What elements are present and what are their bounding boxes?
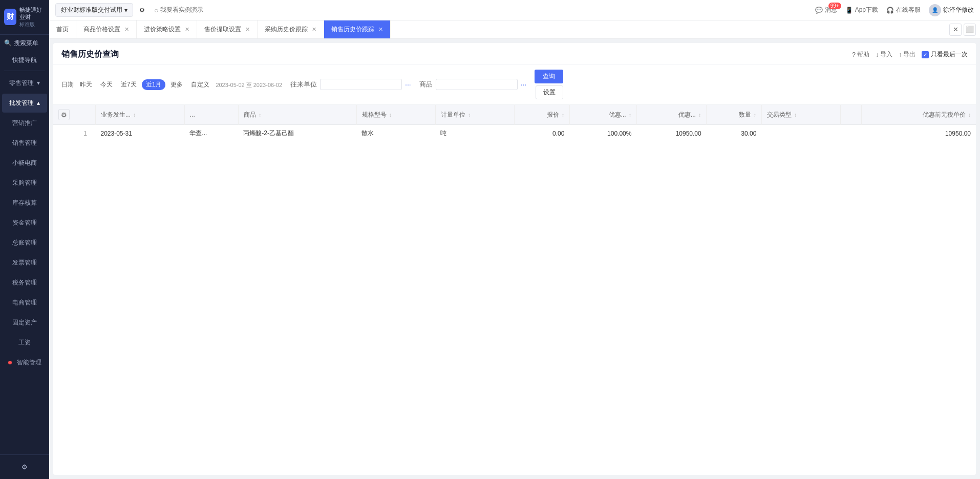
search-menu[interactable]: 🔍 搜索菜单	[0, 35, 49, 52]
col-product[interactable]: 商品 ↕	[238, 105, 356, 125]
date-opt-custom[interactable]: 自定义	[188, 79, 212, 90]
data-table: ⚙ 业务发生... ↕ ... 商品 ↕	[53, 105, 976, 142]
col-unit[interactable]: 计量单位 ↕	[435, 105, 514, 125]
sales-label: 销售管理	[12, 139, 37, 147]
messages-badge: 99+	[828, 3, 841, 9]
retail-label: 零售管理	[9, 79, 34, 88]
ecommerce-label: 电商管理	[12, 298, 37, 307]
tab-home-label: 首页	[56, 25, 69, 34]
app-download-btn[interactable]: 📱 App下载	[845, 6, 878, 14]
sidebar-item-sales[interactable]: 销售管理	[2, 134, 47, 153]
cell-unit: 吨	[435, 125, 514, 142]
sidebar-item-smart[interactable]: 智能管理	[2, 353, 47, 372]
export-link[interactable]: ↑ 导出	[899, 50, 915, 59]
tab-price-settings[interactable]: 商品价格设置 ✕	[76, 20, 137, 39]
date-range-text: 2023-05-02 至 2023-06-02	[216, 81, 282, 89]
col-trade-type[interactable]: 交易类型 ↕	[761, 105, 840, 125]
tab-sales-history[interactable]: 销售历史价跟踪 ✕	[324, 20, 391, 39]
date-opt-last1month[interactable]: 近1月	[142, 79, 166, 90]
export-label: 导出	[903, 50, 915, 59]
col-quantity[interactable]: 数量 ↕	[707, 105, 762, 125]
cell-discount-amt: 10950.00	[636, 125, 706, 142]
col-discount-pct-label: 优惠...	[609, 111, 626, 118]
message-icon: 💬	[815, 7, 823, 14]
sidebar-item-purchase[interactable]: 采购管理	[2, 173, 47, 192]
date-opt-last7[interactable]: 近7天	[118, 79, 140, 90]
column-settings-btn[interactable]: ⚙	[58, 109, 70, 120]
product-label: 商品	[419, 80, 433, 89]
sidebar-item-ledger[interactable]: 总账管理	[2, 233, 47, 252]
close-window-btn[interactable]: ✕	[949, 24, 962, 36]
sidebar-item-wholesale[interactable]: 批发管理 ▴	[2, 94, 47, 113]
only-last-checkbox[interactable]: ✓ 只看最后一次	[922, 50, 968, 59]
col-pretax-price[interactable]: 优惠前无税单价 ↕	[862, 105, 976, 125]
date-opt-yesterday[interactable]: 昨天	[77, 79, 95, 90]
tab-price-settings-close-icon[interactable]: ✕	[124, 27, 129, 32]
sidebar-item-ecommerce-small[interactable]: 小畅电商	[2, 154, 47, 172]
col-price[interactable]: 报价 ↕	[515, 105, 570, 125]
page-actions: ? 帮助 ↓ 导入 ↑ 导出 ✓ 只看最后一次	[852, 50, 968, 59]
tab-home[interactable]: 首页	[49, 20, 76, 39]
source-unit-dots-btn[interactable]: ···	[405, 80, 411, 89]
quick-nav[interactable]: 快捷导航	[0, 52, 49, 69]
sidebar-item-capital[interactable]: 资金管理	[2, 213, 47, 232]
cell-pretax-price: 10950.00	[862, 125, 976, 142]
sidebar-settings-btn[interactable]: ⚙	[4, 459, 45, 475]
import-icon: ↓	[876, 51, 879, 58]
tab-purchase-strategy-close-icon[interactable]: ✕	[185, 27, 189, 32]
tab-price-extract[interactable]: 售价提取设置 ✕	[197, 20, 258, 39]
payroll-label: 工资	[18, 338, 31, 347]
maximize-window-btn[interactable]: ⬜	[964, 24, 976, 36]
col-price-sort-icon: ↕	[562, 112, 564, 118]
date-opt-more[interactable]: 更多	[167, 79, 186, 90]
sidebar-item-ecommerce[interactable]: 电商管理	[2, 293, 47, 312]
sidebar-item-assets[interactable]: 固定资产	[2, 313, 47, 332]
version-selector[interactable]: 好业财标准版交付试用 ▾	[55, 3, 133, 17]
demo-link-text: 我要看实例演示	[160, 6, 203, 14]
import-link[interactable]: ↓ 导入	[876, 50, 892, 59]
messages-btn[interactable]: 💬 消息 99+	[815, 6, 837, 14]
logo-icon: 财	[4, 9, 16, 25]
col-more[interactable]: ...	[184, 105, 238, 125]
product-input[interactable]	[436, 79, 518, 90]
col-discount-pct[interactable]: 优惠... ↕	[569, 105, 636, 125]
app-download-label: App下载	[855, 6, 878, 14]
col-index	[75, 105, 96, 125]
help-link[interactable]: ? 帮助	[852, 50, 869, 59]
inventory-label: 库存核算	[12, 199, 37, 207]
header-right: 💬 消息 99+ 📱 App下载 🎧 在线客服 👤 徐泽华修改	[815, 4, 974, 16]
date-opt-today[interactable]: 今天	[97, 79, 116, 90]
download-icon: 📱	[845, 7, 853, 14]
tab-purchase-history[interactable]: 采购历史价跟踪 ✕	[258, 20, 324, 39]
product-dots-btn[interactable]: ···	[521, 80, 527, 89]
col-business-date[interactable]: 业务发生... ↕	[96, 105, 185, 125]
cell-discount-pct: 100.00%	[569, 125, 636, 142]
source-unit-filter: 往来单位 ···	[290, 79, 411, 90]
sidebar-item-retail[interactable]: 零售管理 ▾	[2, 74, 47, 93]
sidebar-item-tax[interactable]: 税务管理	[2, 273, 47, 292]
col-quantity-label: 数量	[739, 111, 751, 118]
export-icon: ↑	[899, 51, 902, 58]
tab-purchase-strategy[interactable]: 进价策略设置 ✕	[137, 20, 197, 39]
tab-price-extract-close-icon[interactable]: ✕	[245, 27, 250, 32]
sidebar-item-payroll[interactable]: 工资	[2, 333, 47, 352]
gear-btn[interactable]: ⚙	[137, 5, 150, 16]
online-service-btn[interactable]: 🎧 在线客服	[886, 6, 921, 14]
tab-sales-history-close-icon[interactable]: ✕	[378, 27, 383, 32]
sidebar-item-marketing[interactable]: 营销推广	[2, 114, 47, 133]
table-row[interactable]: 1 2023-05-31 华查... 丙烯酸-2-乙基己酯 散水 吨 0.00 …	[53, 125, 976, 142]
query-button[interactable]: 查询	[535, 70, 563, 83]
col-gear[interactable]: ⚙	[53, 105, 75, 125]
headset-icon: 🎧	[886, 7, 894, 14]
sidebar-item-inventory[interactable]: 库存核算	[2, 193, 47, 212]
source-unit-input[interactable]	[320, 79, 402, 90]
tab-purchase-history-close-icon[interactable]: ✕	[312, 27, 316, 32]
sidebar-item-invoice[interactable]: 发票管理	[2, 253, 47, 272]
table-settings-button[interactable]: 设置	[536, 85, 563, 99]
ecommerce-small-label: 小畅电商	[12, 159, 37, 167]
col-spec[interactable]: 规格型号 ↕	[356, 105, 435, 125]
demo-link[interactable]: 我要看实例演示	[154, 6, 203, 14]
col-discount-amt-label: 优惠...	[678, 111, 696, 118]
user-info[interactable]: 👤 徐泽华修改	[929, 4, 974, 16]
col-discount-amt[interactable]: 优惠... ↕	[636, 105, 706, 125]
